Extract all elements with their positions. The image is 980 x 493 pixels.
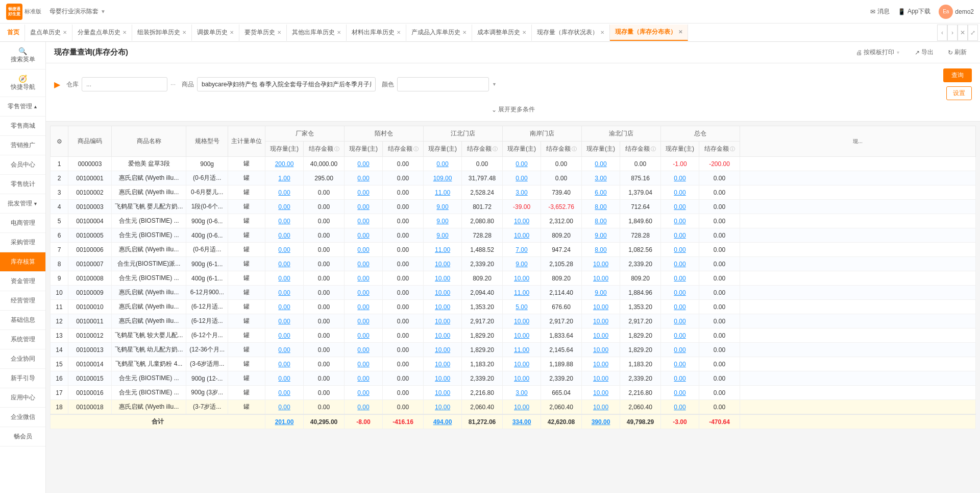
sidebar-item-wholesale[interactable]: 批发管理 ▼ [0, 194, 45, 214]
expand-more-button[interactable]: ⌄ 展开更多条件 [487, 103, 539, 116]
sidebar-item-finance[interactable]: 资金管理 [0, 272, 45, 291]
cell-yb-qty[interactable]: 9.00 [582, 228, 620, 243]
sidebar-item-apps[interactable]: 应用中心 [0, 388, 45, 408]
nav-close-all-button[interactable]: ✕ [958, 25, 968, 41]
app-download-button[interactable]: 📱 App下载 [898, 7, 930, 16]
info-icon[interactable]: ⓘ [334, 146, 339, 153]
sidebar-item-purchase[interactable]: 采购管理 [0, 233, 45, 252]
cell-fj-qty[interactable]: 0.00 [265, 357, 304, 371]
cell-mc-qty[interactable]: 0.00 [345, 300, 383, 314]
close-icon[interactable]: ✕ [230, 30, 234, 35]
summary-fj-qty[interactable]: 201.00 [265, 414, 304, 429]
cell-yb-qty[interactable]: 10.00 [582, 386, 620, 400]
info-icon[interactable]: ⓘ [651, 146, 656, 153]
cell-total-qty[interactable]: 0.00 [661, 328, 699, 343]
tab-other-out[interactable]: 其他出库单历史 ✕ [287, 25, 347, 41]
summary-na-qty[interactable]: 334.00 [503, 414, 541, 429]
cell-na-qty[interactable]: -39.00 [503, 200, 541, 214]
cell-total-qty[interactable]: -1.00 [661, 157, 699, 171]
export-button[interactable]: ↗ 导出 [910, 46, 939, 59]
cell-total-qty[interactable]: 0.00 [661, 371, 699, 386]
tab-stock-status[interactable]: 现存量（库存状况表） ✕ [532, 25, 610, 41]
cell-yb-qty[interactable]: 10.00 [582, 357, 620, 371]
cell-fj-qty[interactable]: 0.00 [265, 228, 304, 243]
sidebar-item-basic[interactable]: 基础信息 [0, 311, 45, 330]
close-icon[interactable]: ✕ [462, 30, 467, 35]
cell-yb-qty[interactable]: 8.00 [582, 214, 620, 228]
cell-mc-qty[interactable]: 0.00 [345, 357, 383, 371]
info-icon[interactable]: ⓘ [413, 146, 419, 153]
cell-na-qty[interactable]: 7.00 [503, 243, 541, 257]
cell-mc-qty[interactable]: 0.00 [345, 343, 383, 357]
cell-yb-qty[interactable]: 8.00 [582, 200, 620, 214]
cell-na-qty[interactable]: 11.00 [503, 286, 541, 300]
cell-jb-qty[interactable]: 11.00 [424, 185, 462, 200]
cell-fj-qty[interactable]: 1.00 [265, 171, 304, 185]
sidebar-item-nav[interactable]: 🧭 快捷导航 [0, 69, 45, 97]
product-input[interactable] [197, 77, 376, 91]
cell-fj-qty[interactable]: 0.00 [265, 314, 304, 328]
cell-na-qty[interactable]: 10.00 [503, 314, 541, 328]
cell-na-qty[interactable]: 0.00 [503, 157, 541, 171]
cell-jb-qty[interactable]: 10.00 [424, 386, 462, 400]
cell-yb-qty[interactable]: 9.00 [582, 286, 620, 300]
close-icon[interactable]: ✕ [397, 30, 401, 35]
cell-fj-qty[interactable]: 0.00 [265, 271, 304, 286]
sidebar-item-system[interactable]: 系统管理 [0, 330, 45, 349]
cell-fj-qty[interactable]: 200.00 [265, 157, 304, 171]
color-input[interactable] [397, 77, 489, 91]
print-button[interactable]: 🖨 按模板打印 ▼ [851, 46, 905, 59]
cell-fj-qty[interactable]: 0.00 [265, 214, 304, 228]
close-icon[interactable]: ✕ [600, 30, 604, 35]
query-button[interactable]: 查询 [943, 68, 972, 82]
cell-yb-qty[interactable]: 3.00 [582, 171, 620, 185]
cell-yb-qty[interactable]: 10.00 [582, 257, 620, 271]
sidebar-item-enterprise[interactable]: 企业协同 [0, 349, 45, 369]
cell-jb-qty[interactable]: 0.00 [424, 157, 462, 171]
cell-yb-qty[interactable]: 10.00 [582, 343, 620, 357]
cell-yb-qty[interactable]: 10.00 [582, 400, 620, 415]
cell-jb-qty[interactable]: 10.00 [424, 257, 462, 271]
cell-mc-qty[interactable]: 0.00 [345, 214, 383, 228]
cell-total-qty[interactable]: 0.00 [661, 343, 699, 357]
cell-fj-qty[interactable]: 0.00 [265, 300, 304, 314]
cell-na-qty[interactable]: 9.00 [503, 257, 541, 271]
cell-total-qty[interactable]: 0.00 [661, 200, 699, 214]
tab-requisition[interactable]: 要货单历史 ✕ [239, 25, 287, 41]
cell-total-qty[interactable]: 0.00 [661, 386, 699, 400]
cell-na-qty[interactable]: 10.00 [503, 357, 541, 371]
cell-na-qty[interactable]: 10.00 [503, 400, 541, 415]
cell-na-qty[interactable]: 10.00 [503, 371, 541, 386]
cell-jb-qty[interactable]: 10.00 [424, 343, 462, 357]
cell-jb-qty[interactable]: 10.00 [424, 286, 462, 300]
cell-na-qty[interactable]: 10.00 [503, 228, 541, 243]
tab-sub-inventory[interactable]: 分量盘点单历史 ✕ [72, 25, 132, 41]
cell-na-qty[interactable]: 0.00 [503, 171, 541, 185]
sidebar-item-inventory[interactable]: 库存核算 [0, 252, 45, 272]
close-icon[interactable]: ✕ [63, 30, 67, 35]
cell-fj-qty[interactable]: 0.00 [265, 257, 304, 271]
cell-na-qty[interactable]: 10.00 [503, 271, 541, 286]
cell-jb-qty[interactable]: 10.00 [424, 271, 462, 286]
sidebar-item-members2[interactable]: 畅会员 [0, 427, 45, 447]
info-icon[interactable]: ⓘ [572, 146, 577, 153]
sidebar-item-marketing[interactable]: 营销推广 [0, 136, 45, 155]
cell-yb-qty[interactable]: 10.00 [582, 314, 620, 328]
close-icon[interactable]: ✕ [337, 30, 341, 35]
cell-mc-qty[interactable]: 0.00 [345, 386, 383, 400]
sidebar-item-ecommerce[interactable]: 电商管理 [0, 214, 45, 233]
tab-material-out[interactable]: 材料出库单历史 ✕ [347, 25, 406, 41]
sidebar-item-member[interactable]: 会员中心 [0, 155, 45, 175]
cell-total-qty[interactable]: 0.00 [661, 271, 699, 286]
cell-total-qty[interactable]: 0.00 [661, 214, 699, 228]
cell-mc-qty[interactable]: 0.00 [345, 157, 383, 171]
cell-mc-qty[interactable]: 0.00 [345, 371, 383, 386]
cell-fj-qty[interactable]: 0.00 [265, 328, 304, 343]
close-icon[interactable]: ✕ [122, 30, 127, 35]
cell-total-qty[interactable]: 0.00 [661, 300, 699, 314]
cell-mc-qty[interactable]: 0.00 [345, 400, 383, 415]
cell-na-qty[interactable]: 5.00 [503, 300, 541, 314]
cell-mc-qty[interactable]: 0.00 [345, 243, 383, 257]
refresh-button[interactable]: ↻ 刷新 [943, 46, 972, 59]
cell-na-qty[interactable]: 3.00 [503, 185, 541, 200]
